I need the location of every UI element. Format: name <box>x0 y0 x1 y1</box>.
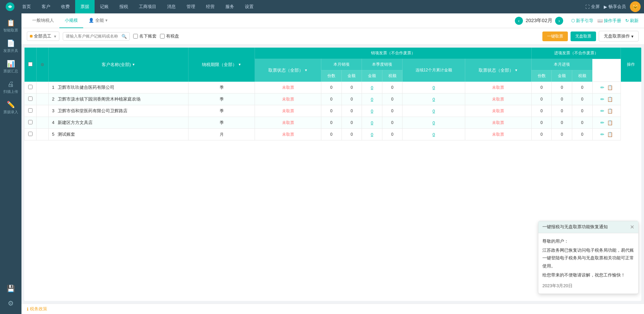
tab-full[interactable]: 👤 全能 ▾ <box>83 13 113 28</box>
select-all-checkbox[interactable] <box>28 62 33 66</box>
row-view-btn[interactable]: 📋 <box>607 108 613 114</box>
tab-actions: ⬡ 新手引导 📖 操作手册 ↻ 刷新 <box>571 18 639 24</box>
row-sales-quarter-amount-link[interactable]: 0 <box>371 120 373 125</box>
th-sales-month-amount: 金额 <box>341 70 362 82</box>
new-guide-btn[interactable]: ⬡ 新手引导 <box>571 18 593 24</box>
row-sales-month-amount: 0 <box>341 82 362 93</box>
checkbox-tax-disk[interactable]: 有税盘 <box>160 33 179 39</box>
row-checkbox[interactable] <box>28 132 33 136</box>
ops-arrow-icon: ▾ <box>631 34 634 39</box>
tab-small-scale[interactable]: 小规模 <box>59 13 83 28</box>
row-sales-month-count: 0 <box>321 105 342 117</box>
row-sales-12month-link[interactable]: 0 <box>433 85 435 90</box>
nav-client[interactable]: 客户 <box>36 0 56 13</box>
tax-policy-link[interactable]: ℹ 税务政策 <box>27 306 47 312</box>
table-body: 1 卫辉市玖玖健合医药有限公司 季 未取票 0 0 0 0 0 未取票 0 0 … <box>24 82 641 140</box>
row-sales-quarter-amount-link[interactable]: 0 <box>371 97 373 102</box>
row-checkbox[interactable] <box>28 108 33 113</box>
row-client: 2 卫辉市汲水镇下园润香阁营木种植家庭农场 <box>49 93 189 105</box>
row-num: 4 <box>52 120 54 125</box>
tax-disk-checkbox[interactable] <box>160 34 165 39</box>
search-input[interactable] <box>66 34 121 39</box>
sidebar-item-smart-invoice[interactable]: 📋 智能取票 <box>1 16 20 35</box>
row-edit-btn[interactable]: ✏ <box>600 97 604 102</box>
sidebar-item-invoice-entry[interactable]: ✏️ 票据录入 <box>1 98 20 117</box>
row-view-btn[interactable]: 📋 <box>607 97 613 102</box>
row-sales-quarter-amount-link[interactable]: 0 <box>371 109 373 114</box>
row-checkbox[interactable] <box>28 97 33 101</box>
row-period: 季 <box>189 117 255 129</box>
row-edit-btn[interactable]: ✏ <box>600 85 604 90</box>
notification-line1: 尊敬的用户： <box>542 237 634 245</box>
row-checkbox[interactable] <box>28 85 33 89</box>
staff-dot <box>30 35 33 38</box>
period-prev[interactable]: ‹ <box>515 17 523 25</box>
th-sales-quarter-tax: 税额 <box>382 70 402 82</box>
row-sales-quarter-amount-link[interactable]: 0 <box>371 85 373 90</box>
row-checkbox[interactable] <box>28 120 33 124</box>
client-filter-icon[interactable]: ▼ <box>132 63 135 66</box>
sidebar-gear[interactable]: ⚙ <box>1 297 20 310</box>
row-sales-12month-link[interactable]: 0 <box>433 132 435 137</box>
th-client: 客户名称(全部)▼ <box>49 48 189 82</box>
invoice-table: ⚙ 客户名称(全部)▼ 纳税期限（全部）▼ 销项发票（不合作废票） 进项发票（不… <box>24 47 641 140</box>
nav-operation[interactable]: 经营 <box>201 0 220 13</box>
row-sales-month-amount: 0 <box>341 117 362 129</box>
sidebar-download[interactable]: 💾 <box>1 282 20 295</box>
member-btn[interactable]: ▶ 畅享会员 <box>604 4 626 10</box>
sub-account-checkbox[interactable] <box>133 34 138 39</box>
nav-bookkeeping[interactable]: 记账 <box>95 0 114 13</box>
period-next[interactable]: › <box>555 17 563 25</box>
row-sales-12month-link[interactable]: 0 <box>433 109 435 114</box>
nav-home[interactable]: 首页 <box>17 0 36 13</box>
row-sales-status: 未取票 <box>255 105 321 117</box>
th-input-month-tax: 税额 <box>572 70 593 82</box>
input-status-filter-icon[interactable]: ▼ <box>515 68 518 72</box>
sidebar-item-issue-invoice[interactable]: 📄 发票开具 <box>1 37 20 56</box>
row-checkbox-cell <box>24 117 37 129</box>
staff-select[interactable]: 全部员工 ▾ <box>27 32 59 41</box>
row-edit-btn[interactable]: ✏ <box>600 108 604 114</box>
row-view-btn[interactable]: 📋 <box>607 132 613 137</box>
row-view-btn[interactable]: 📋 <box>607 85 613 90</box>
row-actions: ✏ 📋 <box>592 129 621 140</box>
tab-bar: 一般纳税人 小规模 👤 全能 ▾ ‹ 2023年02月 › ⬡ 新手引导 📖 操… <box>21 13 644 28</box>
nav-service[interactable]: 服务 <box>220 0 239 13</box>
search-button[interactable]: 🔍 <box>121 34 127 39</box>
nav-billing[interactable]: 收费 <box>56 0 75 13</box>
notification-close-btn[interactable]: ✕ <box>630 224 634 230</box>
row-sales-status: 未取票 <box>255 93 321 105</box>
period-selector: ‹ 2023年02月 › <box>515 17 563 25</box>
nav-business[interactable]: 工商项目 <box>133 0 162 13</box>
checkbox-sub-account[interactable]: 名下账套 <box>133 33 157 39</box>
no-disk-btn[interactable]: 无盘取票 <box>571 32 596 41</box>
nav-message[interactable]: 消息 <box>162 0 181 13</box>
nav-manage[interactable]: 管理 <box>181 0 201 13</box>
one-click-btn[interactable]: 一键取票 <box>542 32 568 41</box>
row-sales-quarter-amount-link[interactable]: 0 <box>371 132 373 137</box>
row-sales-12month-link[interactable]: 0 <box>433 120 435 125</box>
app-logo[interactable] <box>3 0 17 13</box>
row-view-btn[interactable]: 📋 <box>607 120 613 125</box>
nav-settings[interactable]: 设置 <box>239 0 259 13</box>
notification-body: 尊敬的用户： 江苏政务网已恢复访问电子税务局功能，易代账一键登陆电子税务局与无盘… <box>538 233 638 294</box>
manual-btn[interactable]: 📖 操作手册 <box>597 18 621 24</box>
row-sales-month-count: 0 <box>321 129 342 140</box>
sales-status-filter-icon[interactable]: ▼ <box>304 68 308 72</box>
nav-invoice[interactable]: 票据 <box>75 0 95 13</box>
row-edit-btn[interactable]: ✏ <box>600 120 604 125</box>
fullscreen-btn[interactable]: ⛶ 全屏 <box>585 4 600 10</box>
search-box[interactable]: 🔍 <box>63 32 130 41</box>
bottom-bar: ℹ 税务政策 <box>21 304 644 314</box>
row-input-status: 未取票 <box>465 117 532 129</box>
period-filter-icon[interactable]: ▼ <box>238 63 241 66</box>
nav-tax[interactable]: 报税 <box>114 0 133 13</box>
sidebar-item-invoice-summary[interactable]: 📊 票据汇总 <box>1 57 20 76</box>
no-disk-ops-btn[interactable]: 无盘取票操作 ▾ <box>599 31 639 42</box>
row-sales-12month-link[interactable]: 0 <box>433 97 435 102</box>
sidebar-item-scan-upload[interactable]: 🖨 扫描上传 <box>1 78 20 97</box>
user-avatar[interactable]: 🐱 <box>630 1 641 12</box>
row-edit-btn[interactable]: ✏ <box>600 132 604 137</box>
tab-general-taxpayer[interactable]: 一般纳税人 <box>27 13 59 28</box>
refresh-btn[interactable]: ↻ 刷新 <box>625 18 639 24</box>
